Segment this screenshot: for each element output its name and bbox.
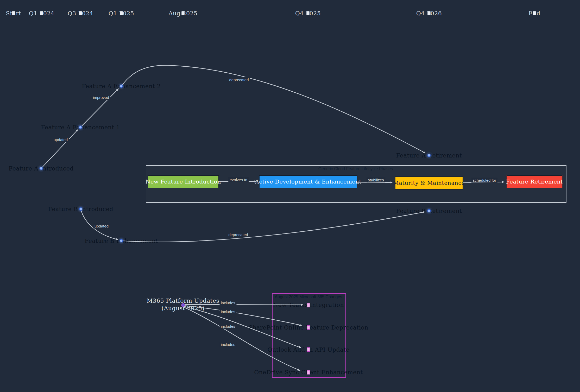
edge-label-includes-4: includes — [219, 342, 236, 347]
edge-label-scheduled-for: scheduled for — [471, 178, 497, 183]
feature-b-introduced-point — [79, 207, 83, 211]
flowchart-canvas: Start Q1 2024 Q3 2024 Q1 2025 Aug 2025 Q… — [0, 0, 580, 392]
new-teams-integration-point — [307, 303, 310, 307]
edge-layer — [0, 0, 580, 392]
edge-a-enh2-to-retirement — [121, 65, 425, 153]
feature-a-enhancement-1-point — [79, 126, 82, 129]
edge-m365-includes-1 — [184, 305, 303, 305]
edge-label-stabilizes: stabilizes — [367, 178, 385, 182]
edge-label-includes-2: includes — [219, 309, 236, 314]
feature-b-enhancement-point — [120, 239, 123, 243]
timeline-milestone-marker — [306, 11, 310, 15]
edge-label-a-updated: updated — [52, 137, 69, 142]
edge-label-b-deprecated: deprecated — [227, 232, 249, 237]
edge-label-includes-3: includes — [219, 324, 236, 329]
feature-a-introduced-point — [40, 167, 43, 170]
edge-label-a-deprecated: deprecated — [228, 77, 250, 82]
outlook-api-update-point — [307, 347, 310, 352]
edge-label-evolves-to: evolves to — [228, 177, 249, 182]
edge-m365-includes-2 — [184, 306, 301, 325]
timeline-milestone-marker — [181, 11, 185, 15]
onedrive-enhancement-point — [307, 370, 310, 375]
edge-a-enh1-to-enh2 — [80, 89, 118, 127]
edge-m365-includes-4 — [184, 307, 300, 370]
edge-m365-includes-3 — [184, 306, 301, 348]
edge-b-enhancement-to-retirement — [121, 212, 425, 242]
edge-label-a-improved: improved — [92, 95, 110, 100]
timeline-milestone-marker — [12, 11, 15, 15]
edge-label-includes-1: includes — [219, 300, 236, 305]
edge-a-introduced-to-enh1 — [41, 130, 78, 168]
feature-b-retirement-point — [427, 209, 431, 213]
feature-a-retirement-point — [427, 154, 431, 157]
sharepoint-deprecation-point — [307, 325, 310, 330]
timeline-milestone-marker — [533, 11, 536, 15]
timeline-milestone-marker — [40, 11, 43, 15]
timeline-milestone-marker — [79, 11, 82, 15]
feature-a-enhancement-2-point — [120, 85, 123, 88]
timeline-milestone-marker — [427, 11, 431, 15]
timeline-milestone-marker — [120, 11, 123, 15]
edge-label-b-updated: updated — [93, 224, 110, 229]
